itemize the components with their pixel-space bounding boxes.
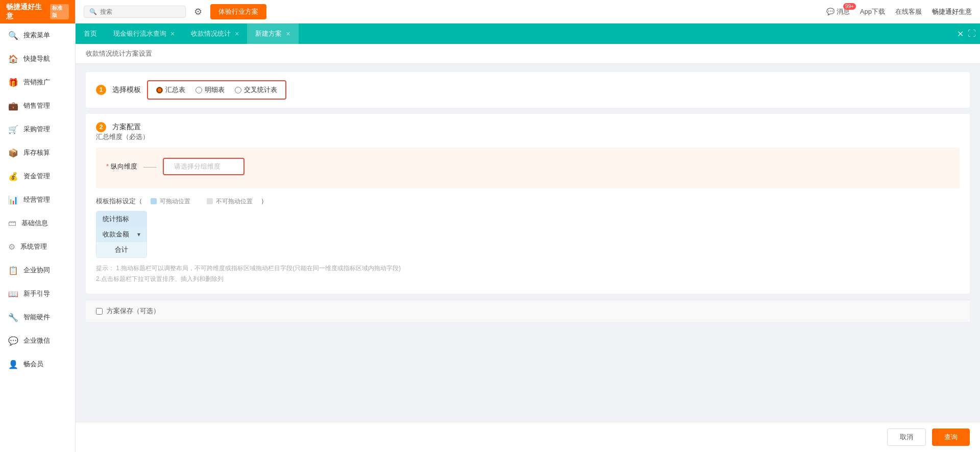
metrics-item-label: 收款金额 [103,230,129,239]
online-service-link[interactable]: 在线客服 [895,7,922,16]
sidebar-item-purchase[interactable]: 🛒 采购管理 [0,117,75,141]
movable-label: 可拖动位置 [160,197,190,206]
tab-bank-flow[interactable]: 现金银行流水查询 × [105,23,183,44]
radio-detail[interactable]: 明细表 [195,85,225,94]
radio-cross[interactable]: 交叉统计表 [235,85,277,94]
metrics-card-header: 统计指标 [96,211,146,227]
trial-industry-button[interactable]: 体验行业方案 [210,4,266,19]
tab-collection-stats-label: 收款情况统计 [191,29,231,38]
topbar-search-icon: 🔍 [89,8,97,15]
step1-section: 1 选择模板 汇总表 明细表 交叉统计表 [86,72,970,108]
step2-header: 2 方案配置 [96,122,960,132]
tab-close-all-icon[interactable]: ✕ [957,29,964,39]
chart-icon: 📊 [8,195,18,205]
radio-summary-input[interactable] [156,87,163,93]
summary-dimension-label: 汇总维度（必选） [96,132,960,141]
sidebar-item-marketing[interactable]: 🎁 营销推广 [0,70,75,94]
dimension-row: * 纵向维度 —— 请选择分组维度 [106,158,949,175]
sidebar-item-member[interactable]: 👤 畅会员 [0,352,75,376]
topbar: 🔍 ⚙ 体验行业方案 💬 消息 99+ App下载 在线客服 畅捷通好生意 [76,0,980,23]
metrics-header: 模板指标设定（ 可拖动位置 不可拖动位置 [96,197,960,206]
legend-movable: 可拖动位置 [151,197,190,206]
metrics-card-group: 统计指标 收款金额 ▾ 合计 [96,211,147,258]
sidebar-item-finance[interactable]: 💰 资金管理 [0,164,75,188]
legend-close-paren: ） [261,197,267,206]
radio-summary-label: 汇总表 [165,85,185,94]
tab-home[interactable]: 首页 [76,23,105,44]
step1-header: 1 选择模板 汇总表 明细表 交叉统计表 [96,80,960,100]
dimension-placeholder[interactable]: 请选择分组维度 [163,158,244,175]
sidebar-item-search-menu[interactable]: 🔍 搜索菜单 [0,23,75,47]
sidebar-item-label: 快捷导航 [23,54,50,63]
sidebar-item-label: 资金管理 [23,172,50,181]
tab-new-plan[interactable]: 新建方案 × [247,23,298,44]
money-icon: 💰 [8,172,18,181]
search-icon: 🔍 [8,31,18,40]
radio-detail-input[interactable] [195,87,202,93]
sidebar-item-label: 智能硬件 [23,313,50,322]
step2-title: 方案配置 [112,123,141,132]
book-icon: 📖 [8,289,18,299]
sidebar-item-label: 库存核算 [23,148,50,157]
sidebar-item-label: 企业协同 [23,266,50,275]
sidebar-item-label: 基础信息 [21,219,48,228]
folder-icon: 🗃 [8,219,16,228]
settings-icon[interactable]: ⚙ [194,6,202,17]
radio-cross-input[interactable] [235,87,241,93]
main-area: 🔍 ⚙ 体验行业方案 💬 消息 99+ App下载 在线客服 畅捷通好生意 首页… [76,0,980,452]
sidebar-item-label: 营销推广 [23,78,50,87]
topbar-search-box[interactable]: 🔍 [84,6,186,18]
sidebar-item-label: 畅会员 [23,360,43,369]
briefcase-icon: 💼 [8,101,18,111]
sidebar-item-enterprise-collab[interactable]: 📋 企业协同 [0,258,75,282]
save-label: 方案保存（可选） [107,306,160,316]
save-checkbox[interactable] [96,308,103,315]
query-button[interactable]: 查询 [932,429,970,446]
message-icon: 💬 [826,8,835,15]
metrics-subtotal: 合计 [96,242,146,257]
sidebar-item-guide[interactable]: 📖 新手引导 [0,282,75,305]
app-download-link[interactable]: App下载 [860,7,885,16]
tab-collection-stats-close[interactable]: × [235,30,239,38]
tab-bank-flow-label: 现金银行流水查询 [113,29,166,38]
movable-dot [151,198,157,204]
message-badge[interactable]: 💬 消息 99+ [826,7,850,16]
sidebar-item-system[interactable]: ⚙ 系统管理 [0,235,75,258]
save-section: 方案保存（可选） [86,300,970,322]
step1-title: 选择模板 [112,85,141,94]
tab-collection-stats[interactable]: 收款情况统计 × [183,23,247,44]
sidebar-item-label: 经营管理 [23,195,50,204]
footer-bar: 取消 查询 [76,422,980,452]
tab-bank-flow-close[interactable]: × [170,30,175,38]
search-input[interactable] [100,8,172,15]
username-display: 畅捷通好生意 [932,7,972,16]
sidebar-item-quick-nav[interactable]: 🏠 快捷导航 [0,47,75,70]
cart-icon: 🛒 [8,125,18,134]
fixed-dot [207,198,213,204]
box-icon: 📦 [8,148,18,158]
gift-icon: 🎁 [8,78,18,87]
home-icon: 🏠 [8,54,18,64]
tips-section: 提示： 1.拖动标题栏可以调整布局，不可跨维度或指标区域拖动栏目字段(只能在同一… [96,264,960,283]
logo-text: 畅捷通好生意 [6,3,48,21]
sidebar-item-operation[interactable]: 📊 经营管理 [0,188,75,211]
sidebar-item-inventory[interactable]: 📦 库存核算 [0,141,75,164]
tab-expand-icon[interactable]: ⛶ [968,29,976,38]
radio-detail-label: 明细表 [205,85,225,94]
sidebar-item-sales[interactable]: 💼 销售管理 [0,94,75,117]
fixed-label: 不可拖动位置 [216,197,253,206]
sidebar-item-basic-info[interactable]: 🗃 基础信息 [0,211,75,235]
cancel-button[interactable]: 取消 [887,429,926,446]
tab-new-plan-close[interactable]: × [286,30,290,38]
content-area: 收款情况统计方案设置 1 选择模板 汇总表 明细表 [76,44,980,452]
metrics-item-header[interactable]: 收款金额 ▾ [96,227,146,242]
sidebar-logo: 畅捷通好生意 标准版 [0,0,75,23]
metrics-dropdown-icon[interactable]: ▾ [137,231,140,238]
sidebar-item-enterprise-wechat[interactable]: 💬 企业微信 [0,329,75,352]
hardware-icon: 🔧 [8,313,18,322]
vertical-dimension-label: * 纵向维度 [106,162,137,171]
sidebar-item-smart-hardware[interactable]: 🔧 智能硬件 [0,305,75,329]
tabbar-actions: ✕ ⛶ [957,23,980,44]
radio-summary[interactable]: 汇总表 [156,85,185,94]
sidebar-item-label: 搜索菜单 [23,31,50,40]
